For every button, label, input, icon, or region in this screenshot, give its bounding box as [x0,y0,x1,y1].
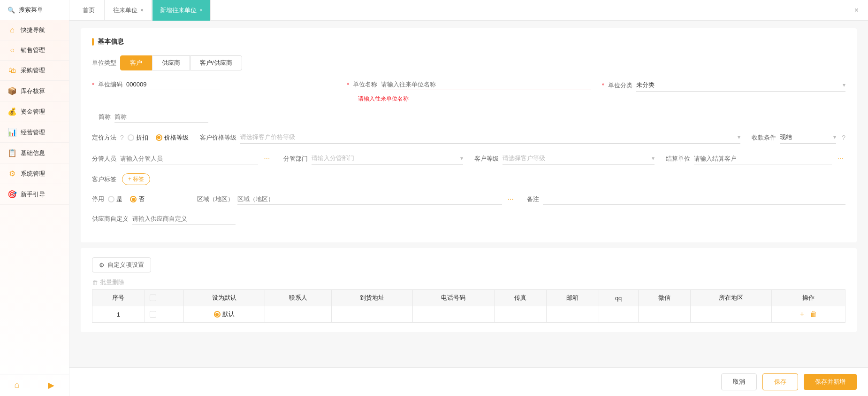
payment-help-icon[interactable]: ? [842,134,845,141]
save-new-button[interactable]: 保存并新增 [804,374,857,390]
disabled-radio-yes[interactable]: 是 [108,195,122,203]
tag-add-btn[interactable]: + 标签 [122,173,150,185]
col-fax: 传真 [494,290,547,306]
dept-placeholder: 请输入分管部门 [312,154,461,163]
supplier-custom-field: 供应商自定义 [92,213,845,225]
basics-icon: 📋 [8,148,17,157]
finance-icon: 💰 [8,107,17,116]
remark-field: 备注 [527,194,845,205]
pricing-radio-discount[interactable]: 折扣 [128,133,148,142]
basic-info-card: 基本信息 单位类型 客户 供应商 客户/供应商 * 单位编码 [81,28,857,242]
code-input[interactable] [126,79,220,90]
tag-label: 客户标签 [92,175,116,184]
pricing-radio-group: 折扣 价格等级 [128,133,189,142]
region-input[interactable] [237,194,502,205]
pricing-radio-price-level[interactable]: 价格等级 [156,133,189,142]
save-button[interactable]: 保存 [762,373,798,390]
tab-new-counterparty-close[interactable]: × [199,7,203,14]
unit-type-label: 单位类型 [92,59,116,67]
batch-delete-btn[interactable]: 🗑 批量删除 [92,278,845,287]
sidebar-bottom: ⌂ ▶ [0,374,69,396]
row-delete-btn[interactable]: 🗑 [808,310,819,318]
dept-select[interactable]: 请输入分管部门 ▾ [312,152,464,165]
category-label: 单位分类 [608,81,632,90]
disabled-radio-no[interactable]: 否 [130,195,145,203]
unit-type-row: 单位类型 客户 供应商 客户/供应商 [92,55,845,70]
window-close-btn[interactable]: × [849,6,864,15]
region-label: 区域（地区） [197,195,234,203]
sidebar-item-quick-nav[interactable]: ⌂ 快捷导航 [0,20,69,40]
sidebar-item-purchase[interactable]: 🛍 采购管理 [0,61,69,81]
price-level-field: 客户价格等级 请选择客户价格等级 ▾ [200,131,740,144]
cell-default: 默认 [183,306,265,323]
name-input[interactable] [381,79,590,90]
radio-inner-price-level [157,136,160,139]
tab-counterparty-close[interactable]: × [140,7,144,14]
settings-icon: ⚙ [99,262,105,269]
radio-outer-yes [108,196,114,202]
tab-counterparty[interactable]: 往来单位 × [106,0,152,21]
sidebar-item-basics[interactable]: 📋 基础信息 [0,143,69,163]
pricing-field: 定价方法 ? 折扣 价格等级 [92,133,189,142]
name-error-msg: 请输入往来单位名称 [358,95,409,103]
col-region: 所在地区 [691,290,772,306]
pricing-row: 定价方法 ? 折扣 价格等级 [92,131,845,144]
row-add-btn[interactable]: + [798,310,806,318]
category-select[interactable]: 未分类 ▾ [636,79,845,92]
tab-home[interactable]: 首页 [73,0,105,21]
category-value: 未分类 [636,81,843,89]
cancel-button[interactable]: 取消 [721,373,757,390]
custom-settings-btn[interactable]: ⚙ 自定义项设置 [92,257,151,272]
section-title: 基本信息 [92,38,845,46]
sidebar-item-finance[interactable]: 💰 资金管理 [0,101,69,122]
col-address: 到货地址 [332,290,413,306]
content-area: 基本信息 单位类型 客户 供应商 客户/供应商 * 单位编码 [69,21,868,367]
required-star3: * [602,82,604,89]
payment-select[interactable]: 现结 ▾ [780,131,836,144]
manager-dots[interactable]: ··· [262,155,272,163]
default-radio[interactable]: 默认 [189,310,260,318]
sidebar-home-icon[interactable]: ⌂ [15,380,20,390]
unit-btn-customer[interactable]: 客户 [120,55,152,70]
region-dots[interactable]: ··· [506,195,516,203]
header-checkbox[interactable] [150,295,156,301]
settlement-input[interactable] [694,153,832,164]
tab-new-counterparty[interactable]: 新增往来单位 × [152,0,211,21]
supplier-custom-input[interactable] [132,213,236,225]
row-checkbox[interactable] [150,311,156,318]
sidebar-item-operations[interactable]: 📊 经营管理 [0,122,69,143]
payment-arrow: ▾ [833,134,836,140]
alias-input[interactable] [114,111,208,123]
contacts-table: 序号 设为默认 联系人 到货地址 电话号码 传真 邮箱 qq 微信 所在地区 操… [92,289,845,323]
cell-qq [599,306,638,323]
settlement-label: 结算单位 [666,155,690,163]
sidebar-item-search[interactable]: 🔍 搜索菜单 [0,0,69,20]
pricing-help-icon[interactable]: ? [120,134,124,141]
unit-btn-both[interactable]: 客户/供应商 [190,55,242,70]
settlement-field: 结算单位 ··· [666,153,846,164]
alias-field: 简称 [92,111,845,123]
supplier-custom-row: 供应商自定义 [92,213,845,225]
settlement-dots[interactable]: ··· [836,155,845,163]
unit-btn-supplier[interactable]: 供应商 [152,55,190,70]
customer-level-label: 客户等级 [474,155,499,163]
radio-inner-no [132,198,135,201]
remark-input[interactable] [543,194,845,205]
price-level-select[interactable]: 请选择客户价格等级 ▾ [240,131,740,144]
manager-input[interactable] [120,153,258,164]
col-phone: 电话号码 [413,290,494,306]
code-label: 单位编码 [98,80,122,89]
col-action: 操作 [772,290,845,306]
sidebar-item-newbie[interactable]: 🎯 新手引导 [0,184,69,205]
cell-fax [494,306,547,323]
cell-checkbox [145,306,183,323]
sidebar-item-system[interactable]: ⚙ 系统管理 [0,163,69,184]
payment-label: 收款条件 [752,133,776,142]
cell-contact [265,306,331,323]
sidebar-item-inventory[interactable]: 📦 库存核算 [0,81,69,101]
home-icon: ⌂ [8,26,17,34]
sidebar-item-sales[interactable]: ○ 销售管理 [0,40,69,61]
sidebar-expand-icon[interactable]: ▶ [48,380,54,390]
customer-level-select[interactable]: 请选择客户等级 ▾ [503,152,655,165]
payment-value: 现结 [780,133,833,141]
